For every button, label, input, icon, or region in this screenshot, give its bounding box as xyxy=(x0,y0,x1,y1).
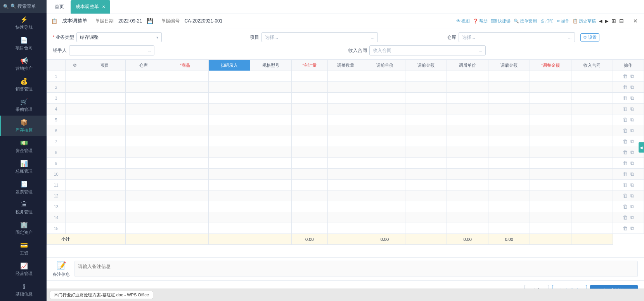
row-qty-10[interactable] xyxy=(328,169,364,180)
row-adjust-12[interactable] xyxy=(530,190,571,201)
row-warehouse-2[interactable] xyxy=(126,82,162,93)
row-project-12[interactable] xyxy=(84,190,126,201)
row-warehouse-9[interactable] xyxy=(126,158,162,169)
row-warehouse-4[interactable] xyxy=(126,104,162,114)
copy-icon-2[interactable]: ⧉ xyxy=(630,84,634,90)
row-qty-2[interactable] xyxy=(328,82,364,93)
row-unit-9[interactable] xyxy=(291,158,328,169)
row-unit-6[interactable] xyxy=(291,125,328,136)
row-scan-10[interactable] xyxy=(208,169,250,180)
row-qty-1[interactable] xyxy=(328,71,364,82)
row-price-after-15[interactable] xyxy=(447,223,488,234)
sidebar-item-sales-mgmt[interactable]: 💰销售管理 xyxy=(0,74,47,95)
delete-icon-2[interactable]: 🗑 xyxy=(623,84,628,90)
delete-icon-9[interactable]: 🗑 xyxy=(623,160,628,166)
row-product-6[interactable] xyxy=(162,125,208,136)
row-project-15[interactable] xyxy=(84,223,126,234)
row-price-before-5[interactable] xyxy=(364,114,405,125)
row-unit-10[interactable] xyxy=(291,169,328,180)
row-price-before-9[interactable] xyxy=(364,158,405,169)
row-price-after-12[interactable] xyxy=(447,190,488,201)
row-spec-12[interactable] xyxy=(250,190,291,201)
copy-icon-15[interactable]: ⧉ xyxy=(630,225,634,231)
row-qty-7[interactable] xyxy=(328,136,364,147)
row-product-11[interactable] xyxy=(162,180,208,190)
sidebar-item-purchase-mgmt[interactable]: 🛒采购管理 xyxy=(0,95,47,116)
row-amount-before-10[interactable] xyxy=(405,169,447,180)
row-unit-5[interactable] xyxy=(291,114,328,125)
row-spec-10[interactable] xyxy=(250,169,291,180)
row-product-15[interactable] xyxy=(162,223,208,234)
warehouse-input[interactable]: 选择... ... xyxy=(459,32,575,42)
row-income-6[interactable] xyxy=(571,125,613,136)
sidebar-item-capital[interactable]: 💵资金管理 xyxy=(0,136,47,157)
row-amount-before-2[interactable] xyxy=(405,82,447,93)
row-adjust-5[interactable] xyxy=(530,114,571,125)
row-amount-after-10[interactable] xyxy=(488,169,530,180)
row-project-10[interactable] xyxy=(84,169,126,180)
row-amount-after-15[interactable] xyxy=(488,223,530,234)
delete-icon-10[interactable]: 🗑 xyxy=(623,171,628,177)
row-spec-9[interactable] xyxy=(250,158,291,169)
row-spec-14[interactable] xyxy=(250,212,291,223)
row-price-after-2[interactable] xyxy=(447,82,488,93)
copy-icon-1[interactable]: ⧉ xyxy=(630,73,634,79)
row-warehouse-5[interactable] xyxy=(126,114,162,125)
delete-icon-4[interactable]: 🗑 xyxy=(623,106,628,112)
delete-icon-15[interactable]: 🗑 xyxy=(623,225,628,231)
sidebar-item-ledger[interactable]: 📊总账管理 xyxy=(0,157,47,177)
sidebar-item-sales-promo[interactable]: 📢营销推广 xyxy=(0,54,47,74)
row-amount-before-9[interactable] xyxy=(405,158,447,169)
history-action[interactable]: 📋 历史草稿 xyxy=(573,18,596,24)
row-unit-11[interactable] xyxy=(291,180,328,190)
row-project-7[interactable] xyxy=(84,136,126,147)
row-income-3[interactable] xyxy=(571,93,613,104)
row-price-before-10[interactable] xyxy=(364,169,405,180)
row-project-6[interactable] xyxy=(84,125,126,136)
row-income-15[interactable] xyxy=(571,223,613,234)
row-spec-1[interactable] xyxy=(250,71,291,82)
copy-icon-10[interactable]: ⧉ xyxy=(630,171,634,177)
row-spec-3[interactable] xyxy=(250,93,291,104)
sidebar-item-basic-info[interactable]: ℹ基础信息 xyxy=(0,280,47,300)
row-warehouse-10[interactable] xyxy=(126,169,162,180)
row-amount-before-15[interactable] xyxy=(405,223,447,234)
nav-next[interactable]: ▶ xyxy=(605,19,608,24)
row-warehouse-1[interactable] xyxy=(126,71,162,82)
row-warehouse-12[interactable] xyxy=(126,190,162,201)
sidebar-item-invoice[interactable]: 🧾发票管理 xyxy=(0,177,47,198)
row-price-before-8[interactable] xyxy=(364,147,405,158)
row-spec-2[interactable] xyxy=(250,82,291,93)
print-action[interactable]: 🖨 打印 xyxy=(540,18,554,24)
row-income-14[interactable] xyxy=(571,212,613,223)
row-amount-before-8[interactable] xyxy=(405,147,447,158)
row-product-8[interactable] xyxy=(162,147,208,158)
row-product-1[interactable] xyxy=(162,71,208,82)
row-qty-9[interactable] xyxy=(328,158,364,169)
row-amount-after-7[interactable] xyxy=(488,136,530,147)
row-scan-1[interactable] xyxy=(208,71,250,82)
row-income-7[interactable] xyxy=(571,136,613,147)
row-income-10[interactable] xyxy=(571,169,613,180)
row-project-8[interactable] xyxy=(84,147,126,158)
row-project-14[interactable] xyxy=(84,212,126,223)
row-income-12[interactable] xyxy=(571,190,613,201)
row-price-before-15[interactable] xyxy=(364,223,405,234)
row-adjust-10[interactable] xyxy=(530,169,571,180)
copy-icon-8[interactable]: ⧉ xyxy=(630,149,634,155)
row-amount-before-6[interactable] xyxy=(405,125,447,136)
row-price-after-11[interactable] xyxy=(447,180,488,190)
row-qty-4[interactable] xyxy=(328,104,364,114)
col-settings-header[interactable]: ⚙ xyxy=(66,60,84,71)
row-income-1[interactable] xyxy=(571,71,613,82)
row-price-after-9[interactable] xyxy=(447,158,488,169)
row-adjust-7[interactable] xyxy=(530,136,571,147)
row-scan-7[interactable] xyxy=(208,136,250,147)
row-scan-9[interactable] xyxy=(208,158,250,169)
row-scan-15[interactable] xyxy=(208,223,250,234)
income-contract-input[interactable]: 收入合同 ... xyxy=(369,45,486,55)
table-container[interactable]: ⚙ 项目 仓库 *商品 扫码录入 规格型号 *主计量 调整数量 调前单价 调前金… xyxy=(47,59,644,257)
row-spec-13[interactable] xyxy=(250,201,291,212)
row-price-after-7[interactable] xyxy=(447,136,488,147)
row-unit-1[interactable] xyxy=(291,71,328,82)
